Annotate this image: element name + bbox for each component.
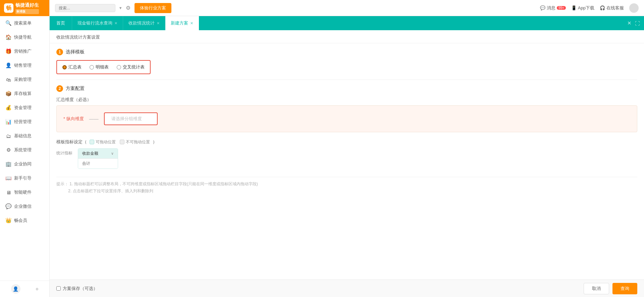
template-option-detail[interactable]: 明细表 bbox=[90, 64, 109, 70]
stats-tab-label: 收款情况统计 bbox=[128, 20, 155, 26]
building-icon: 🏢 bbox=[5, 161, 11, 167]
crown-icon: 👑 bbox=[5, 217, 11, 224]
dim-row: 纵向维度 —— 请选择分组维度 bbox=[63, 112, 630, 125]
template-radio-detail[interactable] bbox=[90, 65, 94, 69]
sidebar-item-hardware[interactable]: 🖥 智能硬件 bbox=[0, 185, 49, 199]
sidebar-bottom-user[interactable]: 👤 bbox=[11, 284, 20, 294]
sidebar-item-operations[interactable]: 📊 经营管理 bbox=[0, 115, 49, 129]
industry-btn[interactable]: 体验行业方案 bbox=[135, 3, 171, 13]
sidebar-item-marketing[interactable]: 🎁 营销推广 bbox=[0, 44, 49, 58]
logo-badge: 标准版 bbox=[15, 9, 39, 14]
maximize-icon[interactable]: ⛶ bbox=[635, 20, 640, 26]
sidebar-item-label: 企业协同 bbox=[14, 161, 32, 167]
tip-text-1: 1. 拖动标题栏可以调整布局，不可跨维度或指标区域拖动栏目字段(只能在同一维度或… bbox=[69, 182, 258, 186]
tab-close-stats[interactable]: ✕ bbox=[157, 21, 160, 26]
tip-text-2: 2. 点击标题栏下拉可设置排序、插入列和删除列 bbox=[68, 189, 153, 193]
tab-bank[interactable]: 现金银行流水查询 ✕ bbox=[72, 16, 123, 30]
tab-new[interactable]: 新建方案 ✕ bbox=[165, 16, 199, 30]
search-input[interactable] bbox=[55, 4, 115, 12]
template-option-cross[interactable]: 交叉统计表 bbox=[117, 64, 145, 70]
sidebar-item-basic[interactable]: 🗂 基础信息 bbox=[0, 129, 49, 143]
indicator-header[interactable]: 收款金额 ∨ bbox=[78, 149, 118, 158]
settings-icon[interactable]: ⚙ bbox=[126, 5, 130, 11]
sidebar-item-corp[interactable]: 🏢 企业协同 bbox=[0, 157, 49, 171]
dim-select-box[interactable]: 请选择分组维度 bbox=[104, 112, 158, 125]
dim-section-label: 汇总维度（必选） bbox=[56, 97, 637, 103]
tab-close-new[interactable]: ✕ bbox=[190, 21, 193, 26]
non-draggable-legend-box bbox=[120, 140, 124, 144]
service-label: 在线客服 bbox=[606, 5, 624, 11]
cancel-button[interactable]: 取消 bbox=[584, 283, 609, 294]
folder-icon: 🗂 bbox=[5, 133, 11, 139]
logo-line1: 畅捷通好生 bbox=[15, 2, 39, 8]
step1-section: 1 选择模板 汇总表 明细表 交叉统计表 bbox=[50, 43, 644, 80]
tab-stats[interactable]: 收款情况统计 ✕ bbox=[123, 16, 165, 30]
message-label: 消息 bbox=[547, 5, 555, 11]
service-btn[interactable]: 🎧 在线客服 bbox=[600, 5, 624, 11]
sidebar-item-member[interactable]: 👑 畅会员 bbox=[0, 213, 49, 228]
indicator-header-text: 收款金额 bbox=[82, 151, 98, 156]
indicator-section: 模板指标设定（ 可拖动位置 不可拖动位置 ） bbox=[56, 139, 637, 169]
sidebar-item-guide[interactable]: 📖 新手引导 bbox=[0, 171, 49, 185]
gift-icon: 🎁 bbox=[5, 48, 11, 54]
footer: 方案保存（可选） 取消 查询 bbox=[50, 280, 644, 297]
sidebar-item-system[interactable]: ⚙ 系统管理 bbox=[0, 143, 49, 157]
sidebar-bottom: 👤 ⚙ bbox=[0, 281, 49, 297]
chat-icon: 💬 bbox=[5, 203, 11, 209]
home-tab-label: 首页 bbox=[56, 20, 65, 26]
draggable-legend-box bbox=[90, 140, 94, 144]
main-area: ▾ ⚙ 体验行业方案 💬 消息 99+ 📱 App下载 🎧 在线客服 首页 bbox=[50, 0, 644, 297]
sidebar-item-purchase[interactable]: 🛍 采购管理 bbox=[0, 72, 49, 87]
chart-icon: 📊 bbox=[5, 119, 11, 125]
save-checkbox[interactable] bbox=[56, 286, 61, 291]
indicator-cell-total: 合计 bbox=[78, 158, 118, 168]
money-icon: 💰 bbox=[5, 105, 11, 111]
draggable-legend: 可拖动位置 bbox=[90, 139, 116, 145]
query-button[interactable]: 查询 bbox=[612, 283, 637, 294]
sidebar-item-search[interactable]: 🔍 搜索菜单 bbox=[0, 16, 49, 30]
sidebar-item-wechat[interactable]: 💬 企业微信 bbox=[0, 199, 49, 213]
dropdown-arrow-icon[interactable]: ▾ bbox=[119, 5, 122, 10]
chevron-down-icon[interactable]: ∨ bbox=[111, 151, 114, 156]
sidebar-item-label: 智能硬件 bbox=[14, 189, 32, 195]
template-radio-cross[interactable] bbox=[117, 65, 121, 69]
search-icon: 🔍 bbox=[5, 20, 11, 26]
step2-label: 方案配置 bbox=[66, 86, 85, 92]
tabbar: 首页 现金银行流水查询 ✕ 收款情况统计 ✕ 新建方案 ✕ ✕ ⛶ bbox=[50, 16, 644, 30]
template-option-summary[interactable]: 汇总表 bbox=[62, 64, 82, 70]
step2-badge: 2 bbox=[56, 85, 63, 92]
tabbar-actions: ✕ ⛶ bbox=[623, 16, 644, 30]
home-icon: 🏠 bbox=[5, 34, 11, 40]
sidebar-item-inventory[interactable]: 📦 库存核算 bbox=[0, 87, 49, 101]
template-radio-summary[interactable] bbox=[62, 65, 67, 69]
sidebar-item-label: 基础信息 bbox=[14, 133, 32, 139]
message-btn[interactable]: 💬 消息 99+ bbox=[540, 5, 566, 11]
indicator-label-suffix: ） bbox=[153, 139, 157, 145]
indicator-label-text: 模板指标设定（ bbox=[56, 139, 87, 145]
indicator-table: 收款金额 ∨ 合计 bbox=[78, 148, 118, 169]
logo-icon: 畅 bbox=[4, 3, 13, 13]
indicator-legend: 可拖动位置 不可拖动位置 bbox=[90, 139, 150, 145]
page-header: 收款情况统计方案设置 bbox=[50, 30, 644, 43]
tab-close-bank[interactable]: ✕ bbox=[114, 21, 117, 26]
step1-badge: 1 bbox=[56, 49, 63, 55]
download-btn[interactable]: 📱 App下载 bbox=[571, 5, 594, 11]
sidebar-item-sales[interactable]: 👤 销售管理 bbox=[0, 58, 49, 72]
save-checkbox-label[interactable]: 方案保存（可选） bbox=[56, 286, 98, 292]
user-avatar[interactable] bbox=[629, 3, 639, 13]
tip-item-2: 2. 点击标题栏下拉可设置排序、插入列和删除列 bbox=[56, 188, 637, 194]
logo-text: 畅捷通好生 标准版 bbox=[15, 2, 39, 14]
download-icon: 📱 bbox=[571, 5, 577, 10]
new-tab-label: 新建方案 bbox=[171, 20, 188, 26]
user-icon: 👤 bbox=[5, 62, 11, 68]
sidebar-item-label: 销售管理 bbox=[14, 62, 32, 68]
draggable-label: 可拖动位置 bbox=[96, 139, 116, 145]
close-window-icon[interactable]: ✕ bbox=[627, 20, 632, 26]
message-icon: 💬 bbox=[540, 5, 545, 10]
footer-actions: 取消 查询 bbox=[584, 283, 637, 294]
sidebar-item-nav[interactable]: 🏠 快捷导航 bbox=[0, 30, 49, 44]
tab-home[interactable]: 首页 bbox=[50, 16, 72, 30]
step1-title: 1 选择模板 bbox=[56, 49, 637, 55]
sidebar-bottom-settings[interactable]: ⚙ bbox=[36, 287, 39, 291]
sidebar-item-finance[interactable]: 💰 资金管理 bbox=[0, 101, 49, 115]
